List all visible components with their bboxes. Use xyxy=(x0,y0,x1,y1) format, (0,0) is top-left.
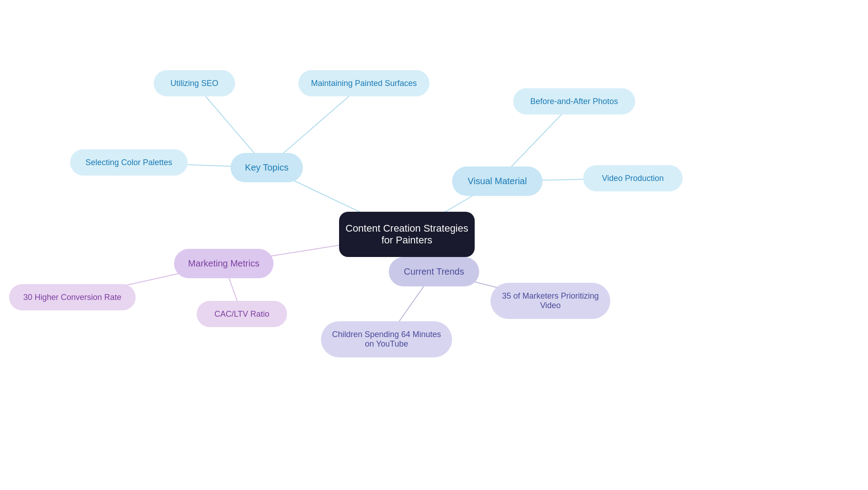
video-production-node: Video Production xyxy=(583,165,683,191)
marketing-metrics-node: Marketing Metrics xyxy=(174,249,274,278)
utilizing-seo-node: Utilizing SEO xyxy=(154,70,235,96)
higher-conversion-node: 30 Higher Conversion Rate xyxy=(9,284,136,310)
center-node: Content Creation Strategies for Painters xyxy=(339,212,475,257)
maintaining-painted-node: Maintaining Painted Surfaces xyxy=(298,70,429,96)
cac-ltv-node: CAC/LTV Ratio xyxy=(197,301,287,327)
selecting-color-node: Selecting Color Palettes xyxy=(70,149,188,176)
children-youtube-node: Children Spending 64 Minutes on YouTube xyxy=(321,321,452,357)
key-topics-node: Key Topics xyxy=(231,153,303,182)
visual-material-node: Visual Material xyxy=(452,167,542,196)
current-trends-node: Current Trends xyxy=(389,257,479,286)
marketers-video-node: 35 of Marketers Prioritizing Video xyxy=(491,283,610,319)
before-after-node: Before-and-After Photos xyxy=(513,88,635,114)
